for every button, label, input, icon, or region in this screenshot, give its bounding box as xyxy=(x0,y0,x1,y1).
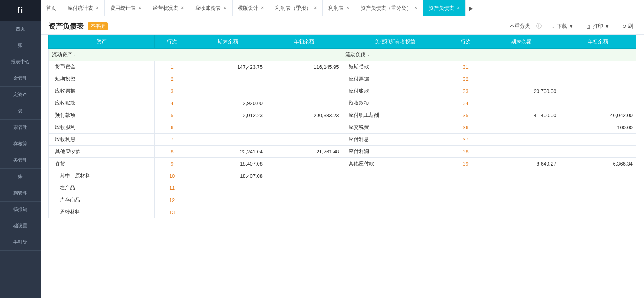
download-button[interactable]: ⤓ 下载 ▼ xyxy=(548,21,577,31)
close-tab-ap-stats[interactable]: ✕ xyxy=(95,5,99,11)
cell-row-num2[interactable]: 35 xyxy=(448,109,483,121)
cell-year-start2 xyxy=(560,97,636,109)
close-tab-ar-aging[interactable]: ✕ xyxy=(223,5,227,11)
cell-year-start2 xyxy=(560,194,636,206)
tab-expense-stats[interactable]: 费用统计表 ✕ xyxy=(105,0,147,16)
cell-row-num2[interactable]: 31 xyxy=(448,61,483,73)
cell-row-num2[interactable]: 38 xyxy=(448,146,483,158)
cell-asset: 其中：原材料 xyxy=(49,170,155,182)
sidebar-item-ticket-mgmt[interactable]: 票管理 xyxy=(0,120,41,136)
cell-period-end: 2,012.23 xyxy=(190,109,266,121)
table-row: 预付款项 5 2,012.23 200,383.23 应付职工薪酬 35 41,… xyxy=(49,109,636,121)
cell-row-num[interactable]: 10 xyxy=(154,170,190,182)
cell-liability xyxy=(342,170,448,182)
tab-income-quarterly[interactable]: 利润表（季报） ✕ xyxy=(270,0,323,16)
close-tab-template-design[interactable]: ✕ xyxy=(261,5,264,11)
cell-year-start2: 40,042.00 xyxy=(560,109,636,121)
report-table-wrap: 资产 行次 期末余额 年初余额 负债和所有者权益 行次 期末余额 年初余额 流动… xyxy=(41,35,644,226)
cell-period-end2 xyxy=(483,182,560,194)
tab-template-design[interactable]: 模版设计 ✕ xyxy=(233,0,270,16)
page-header: 资产负债表 不平衡 不重分类 ⓘ ⤓ 下载 ▼ 🖨 打印 ▼ ↻ 刷 xyxy=(41,16,644,35)
cell-row-num[interactable]: 2 xyxy=(154,73,190,85)
cell-row-num[interactable]: 13 xyxy=(154,206,190,218)
cell-period-end: 18,407.08 xyxy=(190,170,266,182)
cell-row-num[interactable]: 12 xyxy=(154,194,190,206)
print-button[interactable]: 🖨 打印 ▼ xyxy=(583,21,613,31)
sidebar-item-fixed-assets[interactable]: 定资产 xyxy=(0,87,41,103)
download-chevron-icon: ▼ xyxy=(569,23,574,29)
cell-row-num[interactable]: 8 xyxy=(154,146,190,158)
cell-row-num[interactable]: 7 xyxy=(154,134,190,146)
sidebar-item-investment[interactable]: 资 xyxy=(0,103,41,120)
close-tab-balance[interactable]: ✕ xyxy=(456,5,460,11)
tab-operations[interactable]: 经营状况表 ✕ xyxy=(147,0,190,16)
balance-sheet-table: 资产 行次 期末余额 年初余额 负债和所有者权益 行次 期末余额 年初余额 流动… xyxy=(48,35,636,218)
cell-row-num[interactable]: 6 xyxy=(154,121,190,134)
tab-income[interactable]: 利润表 ✕ xyxy=(323,0,355,16)
tab-home[interactable]: 首页 xyxy=(41,0,62,16)
cell-period-end2 xyxy=(483,121,560,134)
cell-period-end2: 8,649.27 xyxy=(483,158,560,170)
refresh-button[interactable]: ↻ 刷 xyxy=(619,21,636,31)
cell-period-end xyxy=(190,73,266,85)
tab-balance-reclassified[interactable]: 资产负债表（重分类） ✕ xyxy=(355,0,423,16)
sidebar-item-archive[interactable]: 档管理 xyxy=(0,185,41,202)
cell-liability xyxy=(342,206,448,218)
sidebar-item-guide[interactable]: 手引导 xyxy=(0,234,41,251)
cell-period-end xyxy=(190,182,266,194)
sidebar-item-report-center[interactable]: 报表中心 xyxy=(0,54,41,70)
close-tab-operations[interactable]: ✕ xyxy=(181,5,184,11)
col-liability: 负债和所有者权益 xyxy=(342,35,448,49)
tab-bar: 首页 应付统计表 ✕ 费用统计表 ✕ 经营状况表 ✕ 应收账龄表 ✕ 模版设计 … xyxy=(41,0,644,16)
cell-row-num[interactable]: 1 xyxy=(154,61,190,73)
cell-row-num2[interactable] xyxy=(448,206,483,218)
cell-row-num2[interactable]: 39 xyxy=(448,158,483,170)
cell-liability: 应付票据 xyxy=(342,73,448,85)
close-tab-balance-reclassified[interactable]: ✕ xyxy=(414,5,417,11)
tab-balance[interactable]: 资产负债表 ✕ xyxy=(423,0,466,16)
sidebar-item-settings[interactable]: 础设置 xyxy=(0,218,41,234)
sidebar-item-affairs-mgmt[interactable]: 务管理 xyxy=(0,152,41,169)
sidebar-item-home[interactable]: 首页 xyxy=(0,21,41,37)
cell-row-num2[interactable]: 36 xyxy=(448,121,483,134)
cell-period-end2 xyxy=(483,206,560,218)
tab-scroll-arrow[interactable]: ▶ xyxy=(466,5,476,11)
sidebar: fi 首页 账 报表中心 金管理 定资产 资 票管理 存核算 务管理 账 档管理… xyxy=(0,0,41,298)
cell-row-num2[interactable] xyxy=(448,182,483,194)
cell-row-num[interactable]: 3 xyxy=(154,85,190,97)
cell-row-num2[interactable] xyxy=(448,170,483,182)
cell-row-num[interactable]: 4 xyxy=(154,97,190,109)
cell-row-num2[interactable]: 32 xyxy=(448,73,483,85)
tab-ap-stats[interactable]: 应付统计表 ✕ xyxy=(62,0,105,16)
table-row: 短期投资 2 应付票据 32 xyxy=(49,73,636,85)
close-tab-income[interactable]: ✕ xyxy=(346,5,349,11)
cell-row-num2[interactable]: 34 xyxy=(448,97,483,109)
sidebar-item-expense[interactable]: 畅报销 xyxy=(0,202,41,218)
help-icon[interactable]: ⓘ xyxy=(536,23,542,30)
cell-row-num[interactable]: 9 xyxy=(154,158,190,170)
cell-row-num2[interactable] xyxy=(448,194,483,206)
cell-year-start2 xyxy=(560,146,636,158)
cell-year-start xyxy=(266,182,342,194)
cell-row-num2[interactable]: 37 xyxy=(448,134,483,146)
cell-row-num[interactable]: 11 xyxy=(154,182,190,194)
col-period-end2: 期末余额 xyxy=(483,35,560,49)
cell-year-start xyxy=(266,134,342,146)
cell-row-num2[interactable]: 33 xyxy=(448,85,483,97)
cell-period-end xyxy=(190,194,266,206)
cell-liability: 应交税费 xyxy=(342,121,448,134)
cell-year-start xyxy=(266,121,342,134)
cell-period-end2 xyxy=(483,61,560,73)
download-icon: ⤓ xyxy=(551,23,555,29)
sidebar-item-fund-mgmt[interactable]: 金管理 xyxy=(0,70,41,87)
table-row: 应收账款 4 2,920.00 预收款项 34 xyxy=(49,97,636,109)
cell-liability: 其他应付款 xyxy=(342,158,448,170)
close-tab-income-quarterly[interactable]: ✕ xyxy=(313,5,317,11)
sidebar-item-account[interactable]: 账 xyxy=(0,37,41,54)
cell-row-num[interactable]: 5 xyxy=(154,109,190,121)
cell-year-start2 xyxy=(560,170,636,182)
close-tab-expense-stats[interactable]: ✕ xyxy=(138,5,141,11)
tab-ar-aging[interactable]: 应收账龄表 ✕ xyxy=(190,0,233,16)
sidebar-item-inventory-calc[interactable]: 存核算 xyxy=(0,136,41,152)
sidebar-item-ledger[interactable]: 账 xyxy=(0,169,41,185)
